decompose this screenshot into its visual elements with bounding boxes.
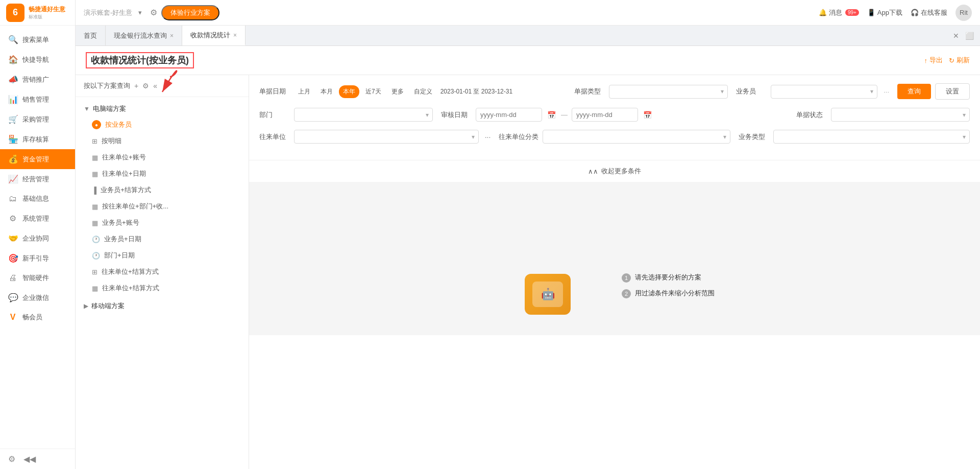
doc-type-select-wrapper [609, 85, 728, 99]
review-date-field: 审核日期 📅 — 📅 [441, 108, 788, 122]
sidebar-item-sales[interactable]: 📊 销售管理 [0, 89, 75, 109]
plan-group-mobile-header[interactable]: ▶ 移动端方案 [76, 298, 249, 314]
bell-icon: 🔔 [819, 9, 827, 16]
calendar-icon-from[interactable]: 📅 [547, 111, 556, 119]
sidebar-item-purchase[interactable]: 🛒 采购管理 [0, 109, 75, 129]
biz-type-select[interactable] [773, 130, 970, 144]
date-group: 上月 本月 本年 近7天 更多 自定义 2023-01-01 至 2023-12… [294, 85, 512, 98]
plan-item-partner-settle1[interactable]: ⊞ 往来单位+结算方式 [76, 264, 249, 280]
tabbar-controls: ✕ ⬜ [947, 26, 980, 45]
salesman-select[interactable] [771, 85, 878, 99]
marketing-icon: 📣 [8, 75, 17, 84]
guide-icon: 🎯 [8, 253, 17, 263]
sidebar: 6 畅捷通好生意 标准版 🔍 搜索菜单 🏠 快捷导航 📣 营销推广 📊 销售管理… [0, 0, 76, 469]
tab-collection-stats-close[interactable]: × [233, 32, 237, 39]
export-button[interactable]: ↑ 导出 [924, 56, 943, 65]
sidebar-item-member[interactable]: V 畅会员 [0, 308, 75, 327]
tab-bank-flow[interactable]: 现金银行流水查询 × [106, 26, 182, 45]
logo-icon: 6 [6, 4, 24, 22]
tab-maximize-icon[interactable]: ⬜ [965, 32, 974, 40]
search-row-1: 单据日期 上月 本月 本年 近7天 更多 自定义 2023-01-01 至 20… [259, 83, 970, 100]
salesman-field: 业务员 ··· [736, 85, 890, 99]
doc-type-select[interactable] [609, 85, 728, 99]
active-plan-icon: ● [92, 120, 101, 129]
filter-panel-actions: + ⚙ « [134, 82, 157, 90]
sidebar-item-management[interactable]: 📈 经营管理 [0, 169, 75, 189]
doc-status-select[interactable] [831, 108, 970, 122]
sidebar-item-inventory[interactable]: 🏪 库存核算 [0, 129, 75, 149]
plan-item-salesman-date[interactable]: 🕐 业务员+日期 [76, 231, 249, 247]
date-btn-thismonth[interactable]: 本月 [316, 85, 337, 98]
search-icon: 🔍 [8, 35, 17, 44]
page-title: 收款情况统计(按业务员) [86, 52, 194, 68]
plan-item-salesman[interactable]: ● 按业务员 [76, 116, 249, 133]
date-btn-thisyear[interactable]: 本年 [339, 85, 359, 98]
calendar-icon-to[interactable]: 📅 [643, 111, 652, 119]
sidebar-item-nav[interactable]: 🏠 快捷导航 [0, 50, 75, 69]
sidebar-item-enterprise[interactable]: 🤝 企业协同 [0, 228, 75, 248]
date-btn-lastmonth[interactable]: 上月 [294, 85, 314, 98]
doc-status-select-wrapper [831, 108, 970, 122]
sidebar-item-guide[interactable]: 🎯 新手引导 [0, 248, 75, 268]
plan-item-partner-account[interactable]: ▦ 往来单位+账号 [76, 149, 249, 166]
logo-area: 6 畅捷通好生意 标准版 [0, 0, 75, 26]
download-icon: 📱 [867, 9, 875, 16]
topbar-dropdown-icon[interactable]: ▾ [138, 9, 142, 16]
settings-footer-icon[interactable]: ⚙ [8, 454, 15, 464]
dept-select-wrapper [294, 108, 433, 122]
page-header: 收款情况统计(按业务员) ↑ 导出 ↻ 刷新 [76, 46, 980, 75]
finance-icon: 💰 [8, 154, 17, 164]
topbar-right: 🔔 消息 99+ 📱 App下载 🎧 在线客服 Rit [819, 5, 972, 21]
date-btn-7days[interactable]: 近7天 [361, 85, 385, 98]
plan-item-detail[interactable]: ⊞ 按明细 [76, 133, 249, 149]
dept-select[interactable] [294, 108, 433, 122]
filter-add-icon[interactable]: + [134, 82, 138, 90]
collapse-icon: ∧∧ [588, 168, 598, 175]
plan-item-salesman-settle[interactable]: ▐ 业务员+结算方式 [76, 182, 249, 198]
filter-settings-icon[interactable]: ⚙ [142, 82, 149, 90]
online-service-item[interactable]: 🎧 在线客服 [911, 8, 947, 17]
sidebar-item-marketing[interactable]: 📣 营销推广 [0, 69, 75, 89]
promo-button[interactable]: 体验行业方案 [161, 5, 219, 20]
tab-close-all-icon[interactable]: ✕ [953, 32, 959, 40]
plan-group-pc-header[interactable]: ▼ 电脑端方案 [76, 101, 249, 116]
user-avatar[interactable]: Rit [955, 5, 972, 21]
settings-button[interactable]: 设置 [935, 83, 970, 100]
date-btn-custom[interactable]: 自定义 [410, 85, 436, 98]
sidebar-item-wechat[interactable]: 💬 企业微信 [0, 288, 75, 308]
sidebar-item-system[interactable]: ⚙ 系统管理 [0, 208, 75, 228]
collapse-button[interactable]: ∧∧ 收起更多条件 [249, 160, 980, 182]
export-icon: ↑ [924, 57, 928, 64]
sidebar-item-search[interactable]: 🔍 搜索菜单 [0, 30, 75, 50]
partner-category-select[interactable] [543, 130, 730, 144]
plan-item-salesman-account[interactable]: ▦ 业务员+账号 [76, 215, 249, 231]
app-download-item[interactable]: 📱 App下载 [867, 8, 902, 17]
query-button[interactable]: 查询 [897, 84, 931, 99]
notification-item[interactable]: 🔔 消息 99+ [819, 8, 859, 17]
filter-collapse-icon[interactable]: « [153, 82, 157, 90]
date-btn-more[interactable]: 更多 [387, 85, 408, 98]
tab-collection-stats[interactable]: 收款情况统计 × [182, 26, 246, 45]
review-date-from-input[interactable] [476, 108, 542, 122]
plan-item-partner-settle2[interactable]: ▦ 往来单位+结算方式 [76, 280, 249, 296]
plan-item-dept-date[interactable]: 🕐 部门+日期 [76, 247, 249, 264]
topbar-gear-icon[interactable]: ⚙ [150, 8, 157, 17]
tab-home[interactable]: 首页 [76, 26, 106, 45]
salesman-more-icon[interactable]: ··· [884, 88, 889, 96]
plan-item-partner-date[interactable]: ▦ 往来单位+日期 [76, 166, 249, 182]
sidebar-nav: 🔍 搜索菜单 🏠 快捷导航 📣 营销推广 📊 销售管理 🛒 采购管理 🏪 库存核… [0, 26, 75, 449]
main-content: 收款情况统计(按业务员) ↑ 导出 ↻ 刷新 按以下方案查询 + ⚙ « [76, 46, 980, 469]
review-date-to-input[interactable] [572, 108, 638, 122]
partner-category-field: 往来单位分类 [499, 130, 730, 144]
tab-bank-flow-close[interactable]: × [170, 32, 174, 39]
collapse-footer-icon[interactable]: ◀◀ [23, 454, 36, 464]
partner-more-icon[interactable]: ··· [485, 133, 491, 141]
partner-select[interactable] [294, 130, 479, 144]
sidebar-item-hardware[interactable]: 🖨 智能硬件 [0, 268, 75, 288]
search-area: 单据日期 上月 本月 本年 近7天 更多 自定义 2023-01-01 至 20… [249, 75, 980, 469]
sidebar-item-finance[interactable]: 💰 资金管理 [0, 149, 75, 169]
refresh-button[interactable]: ↻ 刷新 [949, 56, 970, 65]
sidebar-item-basic[interactable]: 🗂 基础信息 [0, 189, 75, 208]
chevron-right-icon: ▶ [84, 302, 88, 310]
plan-item-partner-dept[interactable]: ▦ 按往来单位+部门+收... [76, 198, 249, 215]
